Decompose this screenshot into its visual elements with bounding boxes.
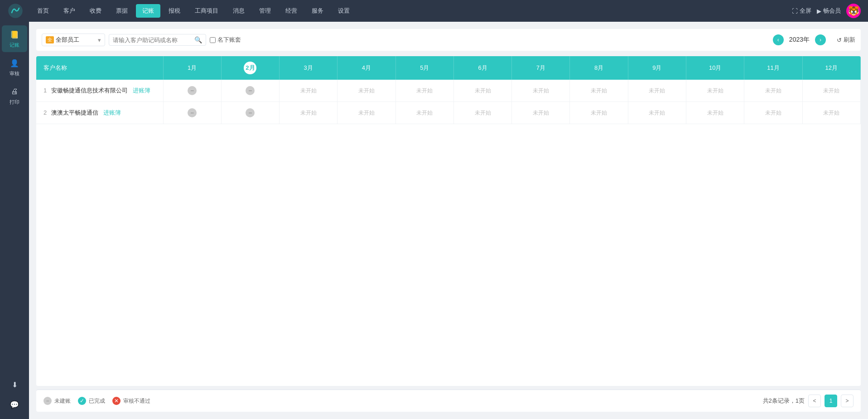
nav-business[interactable]: 工商项目 bbox=[188, 4, 225, 18]
current-month-badge: 2月 bbox=[244, 62, 256, 74]
logo bbox=[7, 3, 24, 19]
account-set-checkbox[interactable] bbox=[210, 37, 216, 43]
table-row: 2 澳澳太平畅捷通信 进账簿 − − 未开始 未开始 未开始 未开始 未开始 未… bbox=[36, 102, 861, 124]
search-input[interactable] bbox=[113, 37, 194, 43]
audit-icon: 👤 bbox=[9, 58, 20, 68]
legend-completed: ✓ 已完成 bbox=[78, 397, 105, 405]
row1-name-cell: 1 安徽畅捷通信息技术有限公司 进账簿 bbox=[36, 80, 163, 102]
status-not-started: 未开始 bbox=[358, 87, 375, 94]
row2-mar: 未开始 bbox=[280, 102, 338, 124]
sidebar: 📒 记账 👤 审核 🖨 打印 ⬇ 💬 bbox=[0, 22, 29, 419]
main-layout: 📒 记账 👤 审核 🖨 打印 ⬇ 💬 全 全部员工 ▾ bbox=[0, 22, 868, 419]
row2-index: 2 bbox=[43, 109, 47, 116]
next-page-button[interactable]: > bbox=[841, 395, 854, 407]
col-apr: 4月 bbox=[338, 56, 395, 80]
sidebar-chat[interactable]: 💬 bbox=[2, 395, 27, 414]
col-feb: 2月 bbox=[221, 56, 279, 80]
nav-home[interactable]: 首页 bbox=[31, 4, 55, 18]
prev-page-button[interactable]: < bbox=[808, 395, 821, 407]
sidebar-item-accounting[interactable]: 📒 记账 bbox=[2, 25, 27, 52]
row1-enter-link[interactable]: 进账簿 bbox=[133, 87, 150, 94]
nav-settings[interactable]: 设置 bbox=[332, 4, 356, 18]
status-not-started: 未开始 bbox=[707, 87, 723, 94]
nav-fee[interactable]: 收费 bbox=[83, 4, 108, 18]
table-container: 客户名称 1月 2月 3月 4月 5月 6月 7月 8月 9月 10月 bbox=[36, 56, 861, 386]
dropdown-arrow-icon: ▾ bbox=[98, 37, 101, 43]
nav-message[interactable]: 消息 bbox=[227, 4, 251, 18]
sidebar-item-print[interactable]: 🖨 打印 bbox=[2, 82, 27, 109]
employee-select[interactable]: 全 全部员工 ▾ bbox=[42, 34, 105, 46]
print-icon: 🖨 bbox=[9, 86, 20, 97]
status-not-started: 未开始 bbox=[823, 87, 839, 94]
row2-sep: 未开始 bbox=[628, 102, 686, 124]
fullscreen-icon: ⛶ bbox=[792, 8, 798, 14]
sidebar-bottom: ⬇ 💬 bbox=[2, 376, 27, 419]
status-not-started: 未开始 bbox=[475, 87, 491, 94]
account-set-checkbox-label[interactable]: 名下账套 bbox=[210, 36, 241, 44]
col-mar: 3月 bbox=[280, 56, 338, 80]
nav-service[interactable]: 服务 bbox=[305, 4, 330, 18]
status-not-started: 未开始 bbox=[765, 110, 781, 116]
accounting-table: 客户名称 1月 2月 3月 4月 5月 6月 7月 8月 9月 10月 bbox=[36, 56, 861, 124]
fullscreen-label: 全屏 bbox=[800, 7, 811, 15]
status-not-started: 未开始 bbox=[358, 110, 375, 116]
row2-enter-link[interactable]: 进账簿 bbox=[103, 109, 121, 116]
sidebar-item-audit[interactable]: 👤 审核 bbox=[2, 54, 27, 81]
nav-items: 首页 客户 收费 票据 记账 报税 工商项目 消息 管理 经营 服务 设置 bbox=[31, 4, 792, 18]
total-records: 共2条记录，1页 bbox=[763, 397, 805, 405]
row2-name-cell: 2 澳澳太平畅捷通信 进账簿 bbox=[36, 102, 163, 124]
avatar[interactable]: 🐯 bbox=[846, 4, 861, 18]
sidebar-download[interactable]: ⬇ bbox=[2, 376, 27, 394]
row2-aug: 未开始 bbox=[570, 102, 628, 124]
nav-manage[interactable]: 管理 bbox=[253, 4, 277, 18]
status-not-started: 未开始 bbox=[416, 87, 433, 94]
video-icon: ▶ bbox=[817, 8, 821, 14]
col-nov: 11月 bbox=[744, 56, 802, 80]
search-icon[interactable]: 🔍 bbox=[194, 36, 202, 43]
col-dec: 12月 bbox=[802, 56, 860, 80]
nav-accounting[interactable]: 记账 bbox=[136, 4, 160, 18]
member-label: 畅会员 bbox=[823, 7, 841, 15]
refresh-icon: ↺ bbox=[837, 37, 842, 43]
legend-rejected: ✕ 审核不通过 bbox=[112, 397, 150, 405]
legend-not-created-label: 未建账 bbox=[54, 397, 71, 405]
row1-jul: 未开始 bbox=[512, 80, 570, 102]
accounting-icon: 📒 bbox=[9, 29, 20, 40]
row2-oct: 未开始 bbox=[686, 102, 744, 124]
table-scroll[interactable]: 客户名称 1月 2月 3月 4月 5月 6月 7月 8月 9月 10月 bbox=[36, 56, 861, 386]
row1-apr: 未开始 bbox=[338, 80, 395, 102]
legend-rejected-label: 审核不通过 bbox=[123, 397, 150, 405]
row2-company-name: 澳澳太平畅捷通信 bbox=[51, 109, 98, 116]
row1-mar: 未开始 bbox=[280, 80, 338, 102]
nav-tax[interactable]: 报税 bbox=[162, 4, 187, 18]
account-set-label: 名下账套 bbox=[217, 36, 241, 44]
status-not-started: 未开始 bbox=[300, 110, 317, 116]
legend-gray-icon: − bbox=[43, 397, 52, 405]
nav-customer[interactable]: 客户 bbox=[57, 4, 82, 18]
sidebar-print-label: 打印 bbox=[10, 99, 19, 106]
refresh-label: 刷新 bbox=[844, 36, 855, 44]
status-not-started: 未开始 bbox=[300, 87, 317, 94]
nav-operation[interactable]: 经营 bbox=[279, 4, 304, 18]
content-area: 全 全部员工 ▾ 🔍 名下账套 ‹ 2023年 › ↺ 刷新 bbox=[29, 22, 868, 419]
top-nav: 首页 客户 收费 票据 记账 报税 工商项目 消息 管理 经营 服务 设置 ⛶ … bbox=[0, 0, 868, 22]
col-customer-name: 客户名称 bbox=[36, 56, 163, 80]
search-wrapper: 🔍 bbox=[109, 34, 206, 46]
refresh-button[interactable]: ↺ 刷新 bbox=[837, 36, 855, 44]
prev-year-button[interactable]: ‹ bbox=[773, 34, 784, 45]
nav-right: ⛶ 全屏 ▶ 畅会员 🐯 bbox=[792, 4, 861, 18]
member-button[interactable]: ▶ 畅会员 bbox=[817, 7, 841, 15]
row2-jul: 未开始 bbox=[512, 102, 570, 124]
col-aug: 8月 bbox=[570, 56, 628, 80]
footer: − 未建账 ✓ 已完成 ✕ 审核不通过 共2条记录，1页 < 1 > bbox=[36, 390, 861, 412]
legend-teal-icon: ✓ bbox=[78, 397, 86, 405]
row2-nov: 未开始 bbox=[744, 102, 802, 124]
sidebar-audit-label: 审核 bbox=[10, 70, 19, 77]
status-not-started: 未开始 bbox=[649, 110, 665, 116]
nav-invoice[interactable]: 票据 bbox=[110, 4, 134, 18]
col-oct: 10月 bbox=[686, 56, 744, 80]
next-year-button[interactable]: › bbox=[815, 34, 826, 45]
current-page-button[interactable]: 1 bbox=[825, 395, 837, 407]
fullscreen-button[interactable]: ⛶ 全屏 bbox=[792, 7, 811, 15]
legend-completed-label: 已完成 bbox=[89, 397, 105, 405]
